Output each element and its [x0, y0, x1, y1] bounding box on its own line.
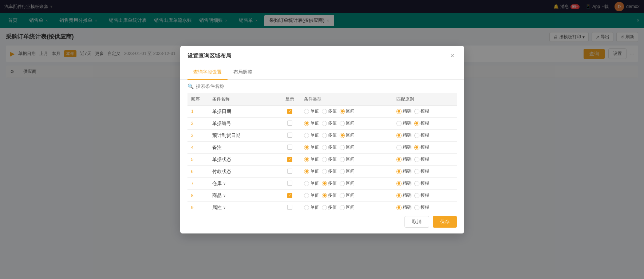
type-radio-range[interactable]: 区间 — [340, 144, 355, 150]
match-radio-label-fuzzy: 模糊 — [420, 168, 429, 174]
seq-number: 4 — [191, 145, 194, 150]
type-radio-multi[interactable]: 多值 — [322, 108, 337, 114]
cell-display: ✓ — [279, 153, 300, 165]
seq-number: 6 — [191, 169, 194, 174]
dialog: 设置查询区域布局 × 查询字段设置 布局调整 🔍 顺序 — [180, 46, 464, 233]
match-radio-fuzzy[interactable]: 模糊 — [414, 192, 429, 199]
cell-type: 单值多值区间 — [300, 165, 393, 177]
type-radio-label-multi: 多值 — [328, 144, 337, 150]
match-radio-label-precise: 精确 — [403, 180, 411, 186]
col-header-name: 条件名称 — [209, 93, 279, 106]
seq-number: 8 — [191, 193, 194, 198]
cancel-button[interactable]: 取消 — [404, 216, 429, 228]
match-radio-fuzzy[interactable]: 模糊 — [414, 120, 429, 126]
type-radio-multi[interactable]: 多值 — [322, 204, 337, 210]
expand-arrow-icon[interactable]: ∨ — [223, 205, 226, 209]
cell-display — [279, 165, 300, 177]
type-radio-multi[interactable]: 多值 — [322, 180, 337, 186]
type-radio-single[interactable]: 单值 — [304, 132, 319, 138]
col-name-wrap: 单据日期 — [212, 108, 275, 115]
search-icon: 🔍 — [187, 83, 194, 89]
type-radio-group: 单值多值区间 — [304, 144, 389, 150]
match-radio-precise[interactable]: 精确 — [396, 168, 411, 174]
expand-arrow-icon[interactable]: ∨ — [223, 181, 226, 185]
match-radio-precise[interactable]: 精确 — [396, 132, 411, 138]
type-radio-multi[interactable]: 多值 — [322, 156, 337, 162]
type-radio-single[interactable]: 单值 — [304, 192, 319, 199]
dialog-table: 顺序 条件名称 显示 条件类型 匹配原则 1单据日期✓单值多值区间精确模糊2单据… — [187, 93, 457, 210]
type-radio-single[interactable]: 单值 — [304, 120, 319, 126]
expand-arrow-icon[interactable]: ∨ — [223, 193, 226, 197]
dialog-close-button[interactable]: × — [448, 52, 457, 60]
type-radio-range[interactable]: 区间 — [340, 168, 355, 174]
cell-match: 精确模糊 — [393, 189, 457, 201]
match-radio-group: 精确模糊 — [396, 120, 453, 126]
dialog-tab-fields[interactable]: 查询字段设置 — [187, 65, 228, 80]
match-radio-group: 精确模糊 — [396, 168, 453, 174]
condition-name: 单据状态 — [212, 156, 231, 163]
match-radio-precise[interactable]: 精确 — [396, 108, 411, 114]
type-radio-range[interactable]: 区间 — [340, 132, 355, 138]
cancel-label: 取消 — [412, 219, 422, 224]
type-radio-single[interactable]: 单值 — [304, 180, 319, 186]
match-radio-precise[interactable]: 精确 — [396, 156, 411, 162]
col-header-match: 匹配原则 — [393, 93, 457, 106]
type-radio-label-single: 单值 — [310, 204, 319, 210]
type-radio-range[interactable]: 区间 — [340, 120, 355, 126]
col-name-wrap: 单据编号 — [212, 120, 275, 127]
match-radio-precise[interactable]: 精确 — [396, 180, 411, 186]
match-radio-fuzzy[interactable]: 模糊 — [414, 108, 429, 114]
match-radio-group: 精确模糊 — [396, 156, 453, 162]
type-radio-single[interactable]: 单值 — [304, 168, 319, 174]
type-radio-range[interactable]: 区间 — [340, 108, 355, 114]
cell-match: 精确模糊 — [393, 177, 457, 189]
cell-display — [279, 117, 300, 129]
type-radio-label-single: 单值 — [310, 108, 319, 114]
type-radio-multi[interactable]: 多值 — [322, 132, 337, 138]
col-name-wrap: 属性 ∨ — [212, 204, 275, 210]
type-radio-single[interactable]: 单值 — [304, 108, 319, 114]
type-radio-range[interactable]: 区间 — [340, 180, 355, 186]
type-radio-single[interactable]: 单值 — [304, 204, 319, 210]
match-radio-precise[interactable]: 精确 — [396, 204, 411, 210]
table-row: 4备注单值多值区间精确模糊 — [187, 141, 457, 153]
match-radio-precise[interactable]: 精确 — [396, 144, 411, 150]
match-radio-label-fuzzy: 模糊 — [420, 180, 429, 186]
type-radio-multi[interactable]: 多值 — [322, 168, 337, 174]
match-radio-fuzzy[interactable]: 模糊 — [414, 156, 429, 162]
match-radio-fuzzy[interactable]: 模糊 — [414, 132, 429, 138]
type-radio-label-single: 单值 — [310, 132, 319, 138]
type-radio-range[interactable]: 区间 — [340, 156, 355, 162]
match-radio-label-fuzzy: 模糊 — [420, 156, 429, 162]
col-name-wrap: 备注 — [212, 144, 275, 151]
match-radio-label-precise: 精确 — [403, 168, 411, 174]
type-radio-range[interactable]: 区间 — [340, 192, 355, 199]
cell-name: 付款状态 — [209, 165, 279, 177]
search-input[interactable] — [196, 83, 261, 89]
match-radio-label-precise: 精确 — [403, 204, 411, 210]
dialog-tab-layout[interactable]: 布局调整 — [228, 65, 258, 80]
type-radio-multi[interactable]: 多值 — [322, 144, 337, 150]
cell-display: ✓ — [279, 105, 300, 117]
match-radio-precise[interactable]: 精确 — [396, 192, 411, 199]
type-radio-group: 单值多值区间 — [304, 180, 389, 186]
cell-name: 单据编号 — [209, 117, 279, 129]
match-radio-fuzzy[interactable]: 模糊 — [414, 168, 429, 174]
match-radio-precise[interactable]: 精确 — [396, 120, 411, 126]
cell-match: 精确模糊 — [393, 141, 457, 153]
match-radio-fuzzy[interactable]: 模糊 — [414, 144, 429, 150]
type-radio-multi[interactable]: 多值 — [322, 192, 337, 199]
save-button[interactable]: 保存 — [433, 216, 457, 228]
match-radio-fuzzy[interactable]: 模糊 — [414, 204, 429, 210]
match-radio-fuzzy[interactable]: 模糊 — [414, 180, 429, 186]
cell-type: 单值多值区间 — [300, 153, 393, 165]
type-radio-single[interactable]: 单值 — [304, 156, 319, 162]
col-header-display: 显示 — [279, 93, 300, 106]
type-radio-single[interactable]: 单值 — [304, 144, 319, 150]
match-radio-label-fuzzy: 模糊 — [420, 192, 429, 199]
match-radio-label-fuzzy: 模糊 — [420, 132, 429, 138]
match-radio-group: 精确模糊 — [396, 144, 453, 150]
type-radio-label-range: 区间 — [346, 192, 355, 199]
type-radio-range[interactable]: 区间 — [340, 204, 355, 210]
type-radio-multi[interactable]: 多值 — [322, 120, 337, 126]
